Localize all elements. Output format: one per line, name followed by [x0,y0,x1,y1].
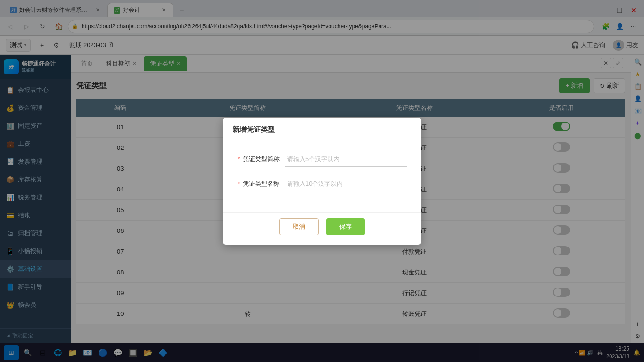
form-row-short-name: * 凭证类型简称 [237,152,407,167]
modal-body: * 凭证类型简称 * 凭证类型名称 [223,140,421,212]
modal-title: 新增凭证类型 [232,125,275,133]
required-mark2: * [238,180,240,187]
full-name-label: * 凭证类型名称 [237,180,280,188]
full-name-input[interactable] [285,176,407,191]
modal-footer: 取消 保存 [223,212,421,245]
short-name-label-text: 凭证类型简称 [243,156,280,163]
modal-header: 新增凭证类型 [223,118,421,140]
short-name-input[interactable] [285,152,407,167]
required-mark1: * [238,156,240,163]
short-name-label: * 凭证类型简称 [237,155,280,164]
modal-overlay[interactable]: 新增凭证类型 * 凭证类型简称 * 凭证类型名称 取消 保存 [0,0,644,362]
save-button[interactable]: 保存 [326,218,365,235]
modal-box: 新增凭证类型 * 凭证类型简称 * 凭证类型名称 取消 保存 [223,118,421,245]
cancel-button[interactable]: 取消 [279,218,319,235]
full-name-label-text: 凭证类型名称 [243,180,280,187]
form-row-full-name: * 凭证类型名称 [237,176,407,191]
